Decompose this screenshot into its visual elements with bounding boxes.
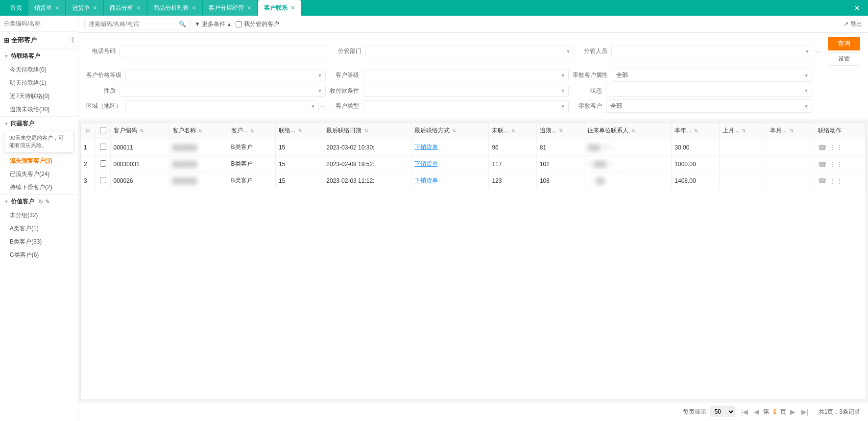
row-3-more-icon[interactable]: ⋮⋮ — [829, 177, 843, 185]
sort-icon-last-method[interactable]: ⇅ — [452, 128, 456, 133]
first-page-button[interactable]: |◀ — [739, 408, 750, 416]
row-3-last-method[interactable]: 下销货单 — [411, 173, 489, 189]
customer-level-select[interactable]: ▾ — [363, 70, 569, 81]
tab-customer-contact-close[interactable]: ✕ — [290, 5, 295, 11]
tab-customer-contact[interactable]: 客户联系 ✕ — [258, 0, 301, 16]
sidebar-item-churned[interactable]: 已流失客户(24) — [0, 168, 78, 181]
row-3-index: 3 — [81, 173, 96, 189]
row-3-phone-icon[interactable]: ☎ — [818, 177, 826, 185]
sort-icon-last-date[interactable]: ⇅ — [364, 128, 368, 133]
sidebar-item-churn-warning[interactable]: 流失预警客户(3) — [0, 154, 78, 168]
sidebar-item-class-c[interactable]: C类客户(6) — [0, 248, 78, 262]
sidebar-item-7days-pending[interactable]: 近7天待联络(0) — [0, 90, 78, 103]
tab-purchase-order-close[interactable]: ✕ — [93, 5, 97, 11]
row-2-index: 2 — [81, 156, 96, 173]
sidebar-item-today-pending[interactable]: 今天待联络(0) — [0, 63, 78, 76]
per-page-select[interactable]: 50 100 200 — [710, 406, 735, 417]
settings-button[interactable]: 设置 — [828, 52, 860, 66]
tab-product-analysis-list[interactable]: 商品分析列表 ✕ — [147, 0, 202, 16]
nature-label: 性质 — [86, 87, 116, 95]
select-all-checkbox[interactable] — [100, 127, 106, 133]
region-more-dots[interactable]: ··· — [321, 103, 326, 110]
manager-more-dots[interactable]: ··· — [815, 48, 820, 55]
row-1-last-method[interactable]: 下销货单 — [411, 139, 489, 156]
row-2-last-method[interactable]: 下销货单 — [411, 156, 489, 173]
app-close-button[interactable]: ✕ — [850, 3, 864, 13]
sidebar-item-tomorrow-pending[interactable]: 明天待联络(1) — [0, 76, 78, 90]
tab-purchase-order[interactable]: 进货单 ✕ — [66, 0, 103, 16]
sort-icon-this-month[interactable]: ⇅ — [790, 128, 794, 133]
sidebar-group-problem-header[interactable]: ▼ 问题客户 — [0, 117, 78, 131]
sidebar-item-class-a[interactable]: A类客户(1) — [0, 222, 78, 235]
row-2-checkbox[interactable] — [96, 156, 110, 173]
edit-icon[interactable]: ✎ — [45, 198, 50, 205]
my-customers-checkbox[interactable]: 我分管的客户 — [236, 20, 279, 28]
price-level-select[interactable]: ▾ — [125, 70, 326, 81]
export-button[interactable]: ↗ 导出 — [844, 20, 862, 28]
row-1-contact-person: ███ 107... — [584, 139, 672, 156]
sidebar-collapse-button[interactable]: 《 — [68, 36, 74, 45]
more-conditions-button[interactable]: ▼ 更多条件 ▲ — [194, 20, 232, 28]
filter-row-4: 区域（地区） ▾ ··· 客户类型 ▾ 零散客户 — [86, 99, 860, 113]
tab-sales-order-close[interactable]: ✕ — [55, 5, 59, 11]
table-settings-col[interactable]: ⚙ — [81, 123, 96, 139]
nature-select[interactable]: ▾ — [120, 85, 326, 97]
payment-terms-select[interactable]: ▾ — [363, 85, 569, 97]
sidebar-item-overdue-pending[interactable]: 逾期未联络(30) — [0, 103, 78, 116]
sort-icon-type[interactable]: ⇅ — [250, 128, 254, 133]
row-2-phone-icon[interactable]: ☎ — [818, 160, 826, 168]
top-navigation: 首页 销货单 ✕ 进货单 ✕ 商品分析 ✕ 商品分析列表 ✕ 客户分层经营 ✕ … — [0, 0, 868, 16]
row-3-type: B类客户 — [228, 173, 275, 189]
query-button[interactable]: 查询 — [828, 37, 860, 50]
search-submit-icon[interactable]: 🔍 — [179, 21, 186, 27]
sidebar-all-customers[interactable]: ⊞ 全部客户 《 — [0, 32, 78, 49]
sidebar-group-value-header[interactable]: ▼ 价值客户 ↻ ✎ — [0, 195, 78, 209]
region-select[interactable]: ▾ — [125, 100, 319, 112]
search-input[interactable] — [89, 21, 177, 27]
sidebar-item-declining[interactable]: 持续下滑客户(2) — [0, 181, 78, 194]
row-1-checkbox[interactable] — [96, 139, 110, 156]
sort-icon-contact[interactable]: ⇅ — [298, 128, 302, 133]
next-page-button[interactable]: ▶ — [788, 408, 797, 416]
price-level-field: 客户价格等级 ▾ — [86, 70, 326, 81]
payment-terms-field: 收付款条件 ▾ — [330, 85, 569, 97]
dept-select[interactable]: ▾ — [365, 46, 574, 57]
sort-icon-this-year[interactable]: ⇅ — [694, 128, 698, 133]
status-select[interactable]: ▾ — [606, 85, 812, 97]
tab-product-analysis-close[interactable]: ✕ — [136, 5, 141, 11]
row-3-checkbox[interactable] — [96, 173, 110, 189]
row-1-more-icon[interactable]: ⋮⋮ — [829, 144, 843, 151]
last-page-button[interactable]: ▶| — [799, 408, 811, 416]
retail-attr-select[interactable]: 全部 ▾ — [612, 69, 812, 82]
row-1-no-contact: 96 — [489, 139, 536, 156]
sidebar-item-ungrouped[interactable]: 未分组(32) — [0, 209, 78, 222]
tab-product-analysis[interactable]: 商品分析 ✕ — [104, 0, 146, 16]
sort-icon-code[interactable]: ⇅ — [140, 128, 144, 133]
sort-icon-contact-person[interactable]: ⇅ — [631, 128, 635, 133]
sidebar-search-input[interactable] — [4, 20, 77, 27]
tab-product-analysis-list-close[interactable]: ✕ — [192, 5, 196, 11]
manager-select[interactable]: ▾ — [611, 46, 813, 57]
phone-input[interactable] — [120, 46, 328, 57]
refresh-icon[interactable]: ↻ — [38, 198, 43, 205]
row-1-actions: ☎ ⋮⋮ — [815, 139, 865, 156]
row-1-phone-icon[interactable]: ☎ — [818, 144, 826, 151]
home-tab[interactable]: 首页 — [4, 3, 28, 12]
my-customers-check[interactable] — [236, 21, 242, 27]
customer-type-select[interactable]: ▾ — [363, 100, 569, 112]
sort-icon-name[interactable]: ⇅ — [198, 128, 202, 133]
sort-icon-overdue[interactable]: ⇅ — [559, 128, 563, 133]
sort-icon-no-contact[interactable]: ⇅ — [511, 128, 515, 133]
table-select-all-col[interactable] — [96, 123, 110, 139]
page-label: 第 — [763, 408, 769, 416]
tab-customer-segmentation[interactable]: 客户分层经营 ✕ — [203, 0, 257, 16]
retail-customer-select[interactable]: 全部 ▾ — [606, 99, 812, 113]
row-2-more-icon[interactable]: ⋮⋮ — [829, 160, 843, 168]
tab-customer-segmentation-close[interactable]: ✕ — [247, 5, 251, 11]
sort-icon-last-month[interactable]: ⇅ — [742, 128, 746, 133]
sidebar-group-pending-header[interactable]: ▼ 待联络客户 — [0, 49, 78, 63]
col-header-contact-person: 往来单位联系人 ⇅ — [584, 123, 672, 139]
sidebar-item-class-b[interactable]: B类客户(33) — [0, 235, 78, 248]
tab-sales-order[interactable]: 销货单 ✕ — [28, 0, 65, 16]
prev-page-button[interactable]: ◀ — [752, 408, 761, 416]
